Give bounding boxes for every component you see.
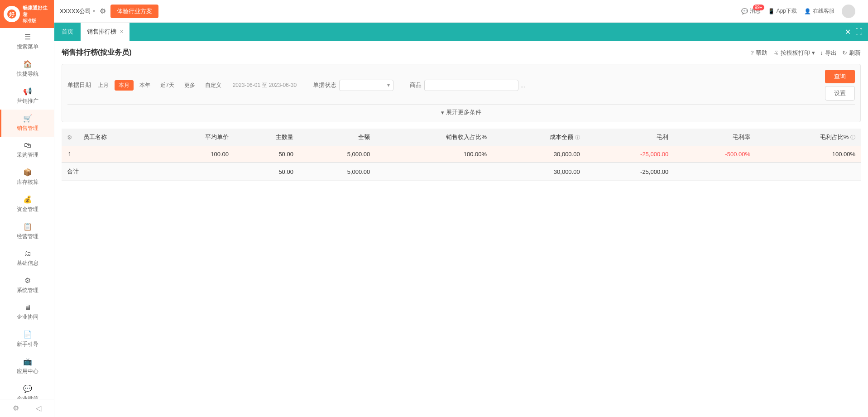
sidebar-menu: ☰ 搜索菜单 🏠 快捷导航 📢 营销推广 🛒 销售管理 🛍 采购管理 📦 库存核… <box>0 28 54 399</box>
footer-amount: 5,000.00 <box>299 163 375 181</box>
filter-settings-button[interactable]: 设置 <box>825 86 855 101</box>
expand-more-btn[interactable]: ▾ 展开更多条件 <box>67 104 855 116</box>
date-range-text: 2023-06-01 至 2023-06-30 <box>233 81 297 89</box>
page-actions: ? 帮助 🖨 按模板打印 ▾ ↓ 导出 ↻ 刷新 <box>750 49 861 57</box>
query-button[interactable]: 查询 <box>825 70 855 83</box>
help-icon: ? <box>750 49 753 56</box>
date-btn-last-month[interactable]: 上月 <box>94 80 113 91</box>
col-settings[interactable]: ⚙ <box>62 129 78 146</box>
cell-amount: 5,000.00 <box>299 146 375 163</box>
status-select[interactable] <box>339 80 393 91</box>
cell-rank: 1 <box>62 146 78 163</box>
basicinfo-icon: 🗂 <box>24 249 31 258</box>
sidebar-item-sales[interactable]: 🛒 销售管理 <box>0 110 54 137</box>
date-btn-more[interactable]: 更多 <box>180 80 199 91</box>
cell-avg-price: 100.00 <box>156 146 234 163</box>
col-name: 员工名称 <box>78 129 156 146</box>
print-btn[interactable]: 🖨 按模板打印 ▾ <box>773 49 815 57</box>
filter-row-1: 单据日期 上月 本月 本年 近7天 更多 自定义 2023-06-01 至 20… <box>67 70 855 101</box>
profit-pct-help-icon[interactable]: ⓘ <box>850 134 855 140</box>
app-logo: 好 畅康通好生意 标准版 <box>0 0 54 28</box>
trial-button[interactable]: 体验行业方案 <box>110 5 158 18</box>
finance-icon: 💰 <box>23 195 32 204</box>
sidebar-collapse-btn[interactable]: ◁ <box>36 404 41 412</box>
topbar: XXXXX公司 ▾ ⚙ 体验行业方案 💬 消息 99+ 📱 App下载 👤 在线… <box>54 0 868 23</box>
goods-more-btn[interactable]: ... <box>520 82 525 89</box>
print-caret-icon: ▾ <box>812 49 815 56</box>
tab-home[interactable]: 首页 <box>54 23 81 41</box>
export-icon: ↓ <box>820 49 824 56</box>
table-header-row: ⚙ 员工名称 平均单价 主数量 全额 <box>62 129 861 146</box>
content-inner: 销售排行榜(按业务员) ? 帮助 🖨 按模板打印 ▾ ↓ 导出 <box>54 41 868 417</box>
svg-text:好: 好 <box>9 11 15 18</box>
date-btn-this-month[interactable]: 本月 <box>115 80 134 91</box>
sidebar-item-search[interactable]: ☰ 搜索菜单 <box>0 28 54 55</box>
footer-profit: -25,000.00 <box>585 163 674 181</box>
sidebar-item-enterprise[interactable]: 🖥 企业协同 <box>0 299 54 326</box>
tab-close-icon[interactable]: × <box>120 29 123 35</box>
company-selector[interactable]: XXXXX公司 ▾ <box>60 7 95 15</box>
sidebar-item-wechat[interactable]: 💬 企业微信 <box>0 380 54 399</box>
purchase-icon: 🛍 <box>24 141 31 149</box>
footer-profit-rate <box>674 163 756 181</box>
topbar-actions: 💬 消息 99+ 📱 App下载 👤 在线客服 <box>741 5 863 18</box>
apps-icon: 📺 <box>23 357 32 366</box>
sidebar-item-management[interactable]: 📋 经营管理 <box>0 218 54 245</box>
col-cost: 成本全额 ⓘ <box>492 129 585 146</box>
sidebar-item-apps[interactable]: 📺 应用中心 <box>0 353 54 380</box>
sidebar-item-system[interactable]: ⚙ 系统管理 <box>0 272 54 299</box>
cell-profit-rate: -500.00% <box>674 146 756 163</box>
export-btn[interactable]: ↓ 导出 <box>820 49 837 57</box>
cost-help-icon[interactable]: ⓘ <box>575 134 580 140</box>
refresh-btn[interactable]: ↻ 刷新 <box>842 49 861 57</box>
app-download-btn[interactable]: 📱 App下载 <box>768 7 797 15</box>
marketing-icon: 📢 <box>23 87 32 96</box>
topbar-settings-icon[interactable]: ⚙ <box>100 7 106 15</box>
footer-qty: 50.00 <box>234 163 299 181</box>
wechat-icon: 💬 <box>23 384 32 393</box>
goods-input[interactable] <box>424 80 518 91</box>
guide-icon: 📄 <box>23 330 32 339</box>
date-btn-this-year[interactable]: 本年 <box>135 80 154 91</box>
sidebar-item-basicinfo[interactable]: 🗂 基础信息 <box>0 245 54 272</box>
sidebar-item-guide[interactable]: 📄 新手引导 <box>0 326 54 353</box>
goods-filter-item: 商品 ... <box>410 80 525 91</box>
download-icon: 📱 <box>768 8 775 14</box>
avatar[interactable] <box>842 5 855 18</box>
print-icon: 🖨 <box>773 49 779 56</box>
sidebar: 好 畅康通好生意 标准版 ☰ 搜索菜单 🏠 快捷导航 📢 营销推广 🛒 销售管理… <box>0 0 54 417</box>
content-area: 销售排行榜(按业务员) ? 帮助 🖨 按模板打印 ▾ ↓ 导出 <box>54 41 868 417</box>
online-service-label: 在线客服 <box>813 7 834 15</box>
goods-input-wrapper: ... <box>424 80 525 91</box>
date-filter-buttons: 上月 本月 本年 近7天 更多 自定义 <box>94 80 225 91</box>
maximize-window-icon[interactable]: ⛶ <box>855 28 863 36</box>
help-btn[interactable]: ? 帮助 <box>750 49 767 57</box>
sidebar-item-nav[interactable]: 🏠 快捷导航 <box>0 55 54 82</box>
col-sales-pct: 销售收入占比% <box>375 129 492 146</box>
table-row: 1 100.00 50.00 <box>62 146 861 163</box>
goods-filter-label: 商品 <box>410 81 422 89</box>
tab-sales-ranking[interactable]: 销售排行榜 × <box>81 23 129 41</box>
cell-cost: 30,000.00 <box>492 146 585 163</box>
sidebar-settings-btn[interactable]: ⚙ <box>13 404 19 412</box>
message-icon: 💬 <box>741 8 748 14</box>
footer-label: 合计 <box>62 163 156 181</box>
sidebar-item-inventory[interactable]: 📦 库存核算 <box>0 163 54 191</box>
date-btn-custom[interactable]: 自定义 <box>201 80 225 91</box>
data-table: ⚙ 员工名称 平均单价 主数量 全额 <box>62 129 861 181</box>
company-caret-icon: ▾ <box>93 9 95 14</box>
close-window-icon[interactable]: ✕ <box>845 28 851 36</box>
date-btn-7days[interactable]: 近7天 <box>156 80 178 91</box>
footer-cost: 30,000.00 <box>492 163 585 181</box>
chevron-down-icon: ▾ <box>441 109 444 116</box>
footer-avg-price <box>156 163 234 181</box>
enterprise-icon: 🖥 <box>24 303 31 312</box>
message-btn[interactable]: 💬 消息 99+ <box>741 7 761 15</box>
online-service-btn[interactable]: 👤 在线客服 <box>804 7 834 15</box>
sidebar-item-purchase[interactable]: 🛍 采购管理 <box>0 137 54 163</box>
sidebar-footer: ⚙ ◁ <box>0 399 54 417</box>
sidebar-item-marketing[interactable]: 📢 营销推广 <box>0 82 54 110</box>
cell-qty: 50.00 <box>234 146 299 163</box>
sidebar-item-finance[interactable]: 💰 资金管理 <box>0 191 54 218</box>
system-icon: ⚙ <box>24 276 31 285</box>
